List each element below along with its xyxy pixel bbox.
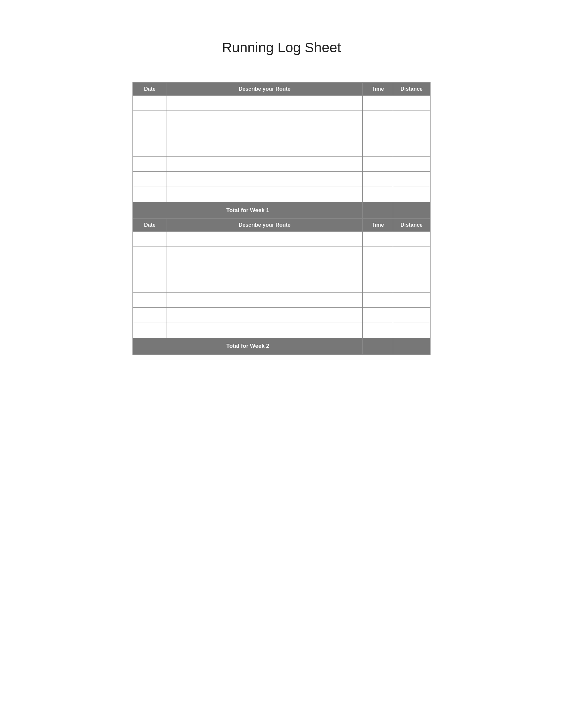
table-row [133,96,430,111]
date-cell[interactable] [133,293,166,308]
time-cell[interactable] [363,172,393,187]
week2-total-time[interactable] [363,338,393,355]
week1-total-row: Total for Week 1 [133,202,430,219]
time-cell[interactable] [363,262,393,277]
time-cell[interactable] [363,157,393,172]
table-row [133,277,430,293]
distance-cell[interactable] [393,141,430,157]
col-header-distance-2: Distance [393,219,430,232]
week2-total-distance[interactable] [393,338,430,355]
col-header-date-2: Date [133,219,166,232]
distance-cell[interactable] [393,96,430,111]
date-cell[interactable] [133,232,166,247]
route-cell[interactable] [166,96,363,111]
table-row [133,187,430,202]
time-cell[interactable] [363,111,393,126]
distance-cell[interactable] [393,126,430,141]
time-cell[interactable] [363,247,393,262]
week2-header-row: Date Describe your Route Time Distance [133,219,430,232]
col-header-route: Describe your Route [166,82,363,96]
table-row [133,323,430,338]
week1-total-distance[interactable] [393,202,430,219]
date-cell[interactable] [133,262,166,277]
time-cell[interactable] [363,293,393,308]
date-cell[interactable] [133,308,166,323]
distance-cell[interactable] [393,172,430,187]
route-cell[interactable] [166,308,363,323]
table-row [133,126,430,141]
date-cell[interactable] [133,157,166,172]
distance-cell[interactable] [393,232,430,247]
time-cell[interactable] [363,141,393,157]
week1-total-time[interactable] [363,202,393,219]
time-cell[interactable] [363,277,393,293]
week1-total-label: Total for Week 1 [133,202,363,219]
route-cell[interactable] [166,277,363,293]
route-cell[interactable] [166,232,363,247]
route-cell[interactable] [166,187,363,202]
running-log-table: Date Describe your Route Time Distance [132,82,431,355]
distance-cell[interactable] [393,293,430,308]
route-cell[interactable] [166,126,363,141]
table-row [133,141,430,157]
route-cell[interactable] [166,111,363,126]
time-cell[interactable] [363,308,393,323]
week2-total-row: Total for Week 2 [133,338,430,355]
time-cell[interactable] [363,187,393,202]
date-cell[interactable] [133,96,166,111]
date-cell[interactable] [133,323,166,338]
time-cell[interactable] [363,96,393,111]
distance-cell[interactable] [393,262,430,277]
date-cell[interactable] [133,247,166,262]
route-cell[interactable] [166,262,363,277]
distance-cell[interactable] [393,247,430,262]
table-row [133,172,430,187]
table-row [133,157,430,172]
time-cell[interactable] [363,126,393,141]
col-header-route-2: Describe your Route [166,219,363,232]
route-cell[interactable] [166,141,363,157]
route-cell[interactable] [166,157,363,172]
distance-cell[interactable] [393,157,430,172]
date-cell[interactable] [133,141,166,157]
distance-cell[interactable] [393,277,430,293]
date-cell[interactable] [133,277,166,293]
week2-total-label: Total for Week 2 [133,338,363,355]
table-row [133,262,430,277]
distance-cell[interactable] [393,308,430,323]
col-header-distance: Distance [393,82,430,96]
distance-cell[interactable] [393,323,430,338]
route-cell[interactable] [166,323,363,338]
week1-header-row: Date Describe your Route Time Distance [133,82,430,96]
date-cell[interactable] [133,111,166,126]
col-header-time-2: Time [363,219,393,232]
table-row [133,293,430,308]
distance-cell[interactable] [393,187,430,202]
date-cell[interactable] [133,126,166,141]
page-title: Running Log Sheet [222,40,341,56]
distance-cell[interactable] [393,111,430,126]
date-cell[interactable] [133,187,166,202]
route-cell[interactable] [166,247,363,262]
table-row [133,308,430,323]
time-cell[interactable] [363,232,393,247]
date-cell[interactable] [133,172,166,187]
route-cell[interactable] [166,293,363,308]
table-row [133,232,430,247]
time-cell[interactable] [363,323,393,338]
col-header-date: Date [133,82,166,96]
table-row [133,247,430,262]
col-header-time: Time [363,82,393,96]
table-row [133,111,430,126]
route-cell[interactable] [166,172,363,187]
